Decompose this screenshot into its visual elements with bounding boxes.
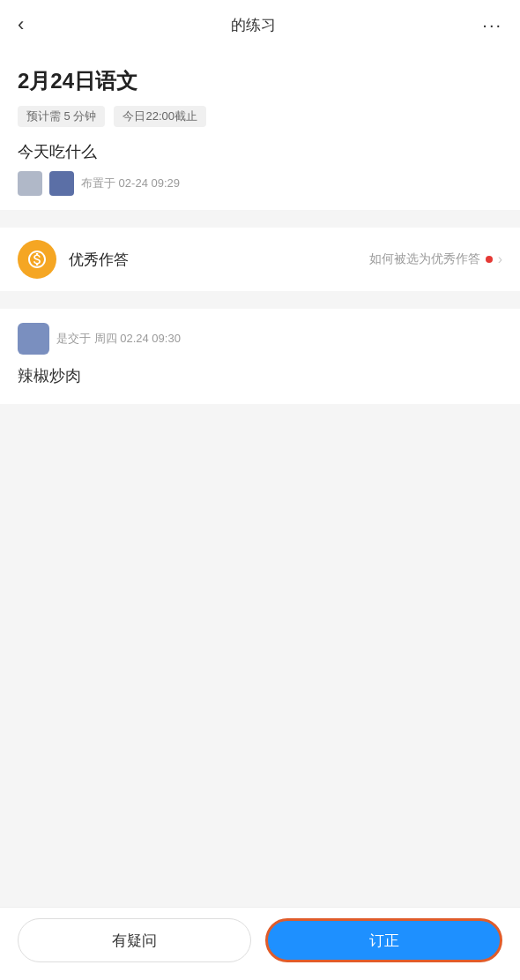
red-dot-indicator <box>486 256 493 263</box>
divider2 <box>0 300 520 309</box>
publisher-info: 布置于 02-24 09:29 <box>81 176 180 191</box>
header: ‹ 的练习 ··· <box>0 0 520 49</box>
star-icon <box>26 249 48 270</box>
publisher-avatar2 <box>49 171 74 196</box>
answer-text: 辣椒炒肉 <box>18 365 502 386</box>
excellent-hint-row[interactable]: 如何被选为优秀作答 › <box>369 251 502 267</box>
excellent-icon <box>18 240 56 279</box>
time-tag: 预计需 5 分钟 <box>18 106 105 127</box>
bottom-bar: 有疑问 订正 <box>0 907 520 980</box>
more-button[interactable]: ··· <box>482 15 502 35</box>
publisher-row: 布置于 02-24 09:29 <box>18 171 502 196</box>
publisher-avatar1 <box>18 171 42 196</box>
divider1 <box>0 219 520 228</box>
assignment-section: 2月24日语文 预计需 5 分钟 今日22:00截止 今天吃什么 布置于 02-… <box>0 49 520 210</box>
question-button[interactable]: 有疑问 <box>18 918 251 962</box>
back-button[interactable]: ‹ <box>18 13 24 36</box>
submitter-avatar <box>18 323 49 355</box>
tags-row: 预计需 5 分钟 今日22:00截止 <box>18 106 502 127</box>
excellent-answer-section[interactable]: 优秀作答 如何被选为优秀作答 › <box>0 228 520 291</box>
deadline-tag: 今日22:00截止 <box>114 106 206 127</box>
question-title: 今天吃什么 <box>18 141 502 162</box>
answer-section: 是交于 周四 02.24 09:30 辣椒炒肉 <box>0 309 520 404</box>
assignment-title: 2月24日语文 <box>18 67 502 95</box>
submitter-info: 是交于 周四 02.24 09:30 <box>56 331 181 347</box>
chevron-right-icon: › <box>498 251 502 267</box>
correct-button[interactable]: 订正 <box>265 918 502 962</box>
excellent-label: 优秀作答 <box>69 250 369 270</box>
excellent-hint-text: 如何被选为优秀作答 <box>369 251 480 267</box>
empty-area <box>0 404 520 704</box>
bottom-spacer <box>0 704 520 776</box>
answer-header: 是交于 周四 02.24 09:30 <box>18 323 502 355</box>
header-title: 的练习 <box>231 15 276 35</box>
